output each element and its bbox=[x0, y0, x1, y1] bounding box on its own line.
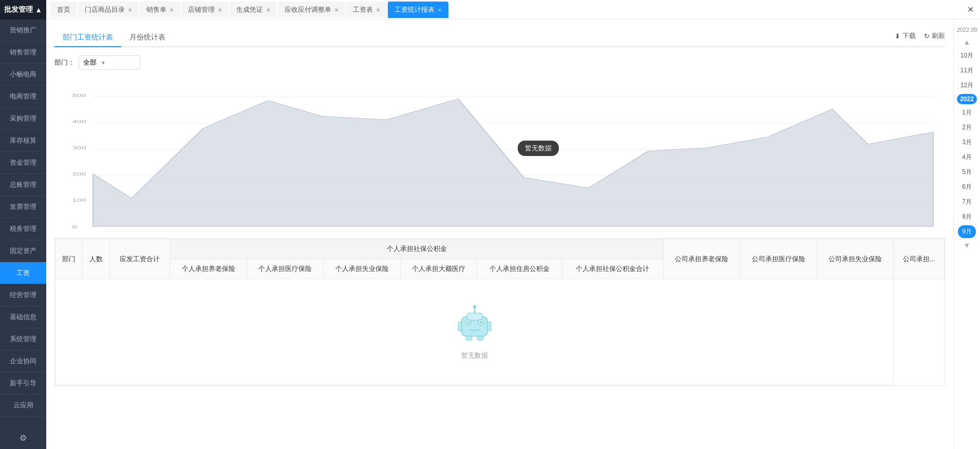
tab-store-catalog[interactable]: 门店商品目录 ✕ bbox=[78, 2, 139, 18]
svg-point-16 bbox=[473, 305, 476, 308]
sub-tab-dept[interactable]: 部门工资统计表 bbox=[54, 29, 121, 47]
col-company-medical: 公司承担医疗保险 bbox=[740, 239, 817, 279]
svg-text:0: 0 bbox=[72, 224, 77, 229]
timeline-year-label-2022: 2022.09 bbox=[953, 25, 980, 35]
area-chart: 0 100 200 300 400 500 bbox=[54, 76, 945, 230]
timeline-month-7[interactable]: 7月 bbox=[958, 196, 976, 208]
tab-close-icon[interactable]: ✕ bbox=[376, 7, 380, 13]
download-button[interactable]: ⬇ 下载 bbox=[895, 31, 916, 41]
sidebar-item-ledger[interactable]: 总账管理 bbox=[0, 174, 46, 196]
sidebar-item-purchase[interactable]: 采购管理 bbox=[0, 108, 46, 130]
filter-row: 部门： 全部 ▼ bbox=[54, 55, 140, 70]
tab-payroll-report[interactable]: 工资统计报表 ✕ bbox=[388, 2, 448, 18]
empty-text: 暂无数据 bbox=[461, 351, 488, 360]
refresh-icon: ↻ bbox=[924, 32, 930, 40]
sidebar-item-guide[interactable]: 新手引导 bbox=[0, 373, 46, 395]
toolbar: 部门： 全部 ▼ bbox=[54, 55, 945, 70]
sidebar-item-inventory[interactable]: 库存核算 bbox=[0, 130, 46, 152]
sidebar-item-sales[interactable]: 销售管理 bbox=[0, 42, 46, 64]
data-table: 部门 人数 应发工资合计 个人承担社保公积金 公司承担养老保险 公司承担医疗保险… bbox=[54, 238, 945, 386]
tab-payroll[interactable]: 工资表 ✕ bbox=[346, 2, 387, 18]
close-all-tabs-button[interactable]: ✕ bbox=[965, 3, 976, 16]
empty-state-row: 暂无数据 bbox=[55, 279, 894, 385]
chart-no-data-tooltip: 暂无数据 bbox=[518, 141, 559, 156]
timeline-down-nav[interactable]: ▼ bbox=[962, 239, 973, 251]
svg-text:500: 500 bbox=[72, 92, 86, 98]
tab-sales-order[interactable]: 销售单 ✕ bbox=[140, 2, 180, 18]
dept-select-value: 全部 bbox=[83, 58, 97, 67]
timeline-month-8[interactable]: 8月 bbox=[958, 210, 976, 223]
timeline-month-12[interactable]: 12月 bbox=[956, 79, 977, 92]
dept-select[interactable]: 全部 ▼ bbox=[79, 55, 140, 70]
timeline-month-1[interactable]: 1月 bbox=[958, 106, 976, 119]
empty-robot-icon bbox=[454, 304, 495, 345]
timeline-month-2[interactable]: 2月 bbox=[958, 121, 976, 134]
col-personal-pension: 个人承担养老保险 bbox=[170, 259, 247, 279]
sidebar-header[interactable]: 批发管理 ▲ bbox=[0, 0, 46, 19]
tab-store-mgmt[interactable]: 店铺管理 ✕ bbox=[181, 2, 229, 18]
download-icon: ⬇ bbox=[895, 32, 900, 40]
tab-bar: 首页 门店商品目录 ✕ 销售单 ✕ 店铺管理 ✕ 生成凭证 ✕ 应收应付调整单 … bbox=[46, 0, 980, 19]
tab-close-icon[interactable]: ✕ bbox=[438, 7, 442, 13]
sidebar-item-ecommerce-small[interactable]: 小畅电商 bbox=[0, 64, 46, 86]
sidebar-arrow-icon: ▲ bbox=[35, 6, 42, 14]
col-personal-unemployment: 个人承担失业保险 bbox=[324, 259, 400, 279]
sidebar: 批发管理 ▲ 营销推广 销售管理 小畅电商 电商管理 采购管理 库存核算 资金管… bbox=[0, 0, 46, 449]
tab-generate-voucher[interactable]: 生成凭证 ✕ bbox=[230, 2, 277, 18]
col-company-other: 公司承担... bbox=[894, 239, 945, 279]
timeline-month-4[interactable]: 4月 bbox=[958, 151, 976, 164]
svg-text:300: 300 bbox=[72, 145, 86, 151]
sidebar-settings-button[interactable]: ⚙ bbox=[0, 427, 46, 449]
tab-close-icon[interactable]: ✕ bbox=[128, 7, 132, 13]
gear-icon: ⚙ bbox=[20, 434, 27, 442]
sidebar-item-collab[interactable]: 企业协同 bbox=[0, 350, 46, 373]
tab-ar-ap[interactable]: 应收应付调整单 ✕ bbox=[278, 2, 345, 18]
timeline-panel: 2022.09 ▲ 10月 11月 12月 2022 1月 2月 3月 4月 5… bbox=[953, 19, 980, 449]
svg-rect-14 bbox=[467, 313, 482, 320]
tab-home[interactable]: 首页 bbox=[50, 2, 77, 18]
timeline-month-3[interactable]: 3月 bbox=[958, 136, 976, 149]
sidebar-item-payroll[interactable]: 工资 bbox=[0, 262, 46, 284]
timeline-month-6[interactable]: 6月 bbox=[958, 181, 976, 193]
sidebar-item-invoice[interactable]: 发票管理 bbox=[0, 196, 46, 218]
sidebar-item-ecommerce[interactable]: 电商管理 bbox=[0, 86, 46, 108]
svg-text:200: 200 bbox=[72, 171, 86, 177]
timeline-month-5[interactable]: 5月 bbox=[958, 166, 976, 179]
timeline-year-2022[interactable]: 2022 bbox=[957, 94, 977, 104]
sidebar-item-cloud[interactable]: 云应用 bbox=[0, 395, 46, 417]
timeline-up-nav[interactable]: ▲ bbox=[962, 36, 973, 48]
col-personal-medical: 个人承担医疗保险 bbox=[247, 259, 323, 279]
sidebar-item-tax[interactable]: 税务管理 bbox=[0, 218, 46, 240]
svg-rect-23 bbox=[466, 336, 472, 340]
svg-rect-24 bbox=[477, 336, 483, 340]
timeline-month-9[interactable]: 9月 bbox=[958, 225, 976, 238]
col-group-personal: 个人承担社保公积金 bbox=[170, 239, 664, 259]
col-count: 人数 bbox=[83, 239, 110, 279]
col-total-wage: 应发工资合计 bbox=[110, 239, 170, 279]
timeline-month-10[interactable]: 10月 bbox=[956, 49, 977, 62]
tab-close-icon[interactable]: ✕ bbox=[169, 7, 174, 13]
dept-filter-label: 部门： bbox=[54, 58, 74, 67]
tab-close-icon[interactable]: ✕ bbox=[334, 7, 338, 13]
svg-rect-22 bbox=[487, 322, 491, 331]
refresh-button[interactable]: ↻ 刷新 bbox=[924, 31, 945, 41]
svg-text:100: 100 bbox=[72, 198, 86, 203]
sidebar-item-fixed-assets[interactable]: 固定资产 bbox=[0, 240, 46, 262]
tab-close-icon[interactable]: ✕ bbox=[266, 7, 270, 13]
sub-tab-bar: 部门工资统计表 月份统计表 ⬇ 下载 ↻ 刷新 bbox=[54, 28, 945, 47]
col-company-unemployment: 公司承担失业保险 bbox=[817, 239, 893, 279]
payroll-table: 部门 人数 应发工资合计 个人承担社保公积金 公司承担养老保险 公司承担医疗保险… bbox=[55, 239, 945, 385]
sidebar-item-marketing[interactable]: 营销推广 bbox=[0, 19, 46, 42]
sidebar-item-basic-info[interactable]: 基础信息 bbox=[0, 306, 46, 328]
col-personal-total: 个人承担社保公积金合计 bbox=[562, 259, 664, 279]
svg-marker-12 bbox=[93, 99, 933, 226]
main-area: 首页 门店商品目录 ✕ 销售单 ✕ 店铺管理 ✕ 生成凭证 ✕ 应收应付调整单 … bbox=[46, 0, 980, 449]
content-area: 部门工资统计表 月份统计表 ⬇ 下载 ↻ 刷新 bbox=[46, 19, 980, 449]
sidebar-item-operations[interactable]: 经营管理 bbox=[0, 284, 46, 306]
sidebar-item-finance[interactable]: 资金管理 bbox=[0, 152, 46, 174]
timeline-month-11[interactable]: 11月 bbox=[956, 64, 977, 77]
sub-tab-month[interactable]: 月份统计表 bbox=[121, 29, 174, 47]
col-personal-housing: 个人承担住房公积金 bbox=[477, 259, 562, 279]
tab-close-icon[interactable]: ✕ bbox=[218, 7, 222, 13]
sidebar-item-system[interactable]: 系统管理 bbox=[0, 328, 46, 350]
